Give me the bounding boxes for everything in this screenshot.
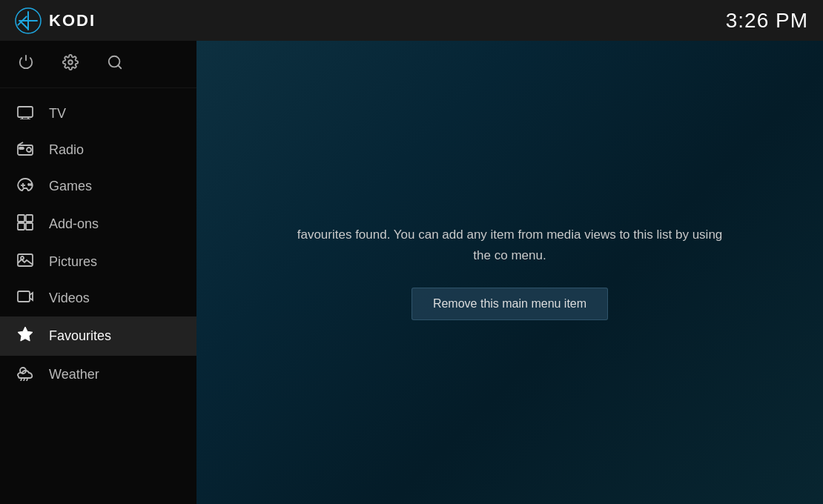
sidebar-item-weather-label: Weather [49,367,99,382]
svg-rect-22 [18,223,24,230]
pictures-icon [15,253,36,271]
games-icon [15,177,36,196]
svg-rect-15 [19,147,24,149]
power-icon[interactable] [15,54,37,74]
settings-icon[interactable] [59,54,82,74]
sidebar-item-pictures-label: Pictures [49,254,97,270]
svg-marker-27 [18,327,33,341]
sidebar-item-weather[interactable]: Weather [0,356,196,394]
sidebar-item-pictures[interactable]: Pictures [0,244,196,280]
radio-icon [15,141,36,159]
search-icon[interactable] [104,54,126,74]
svg-point-19 [30,184,32,185]
remove-menu-item-button[interactable]: Remove this main menu item [412,288,608,320]
sidebar-item-addons-label: Add-ons [49,216,99,232]
svg-rect-12 [18,145,33,155]
nav-menu: TV Radio [0,88,196,504]
star-icon [15,325,36,347]
sidebar-item-games[interactable]: Games [0,168,196,205]
sidebar-item-tv-label: TV [49,106,66,122]
sidebar-item-videos[interactable]: Videos [0,280,196,316]
logo-area: KODI [15,7,96,34]
tv-icon [15,105,36,123]
sidebar-item-radio[interactable]: Radio [0,132,196,168]
sidebar: TV Radio [0,41,196,504]
sidebar-item-tv[interactable]: TV [0,96,196,132]
sidebar-item-radio-label: Radio [49,142,84,158]
sidebar-item-games-label: Games [49,179,92,194]
app-title: KODI [49,11,96,30]
svg-line-29 [21,379,22,381]
sidebar-item-addons[interactable]: Add-ons [0,205,196,244]
svg-rect-23 [26,223,33,230]
svg-rect-26 [18,291,30,302]
svg-point-13 [27,147,31,152]
sidebar-item-favourites[interactable]: Favourites [0,316,196,356]
weather-icon [15,365,36,385]
content-area: favourites found. You can add any item f… [196,41,823,504]
svg-line-7 [118,65,121,68]
svg-rect-20 [18,215,24,222]
clock-display: 3:26 PM [726,9,808,33]
main-layout: TV Radio [0,41,823,504]
sidebar-item-videos-label: Videos [49,291,90,306]
svg-line-31 [27,379,27,381]
header: KODI 3:26 PM [0,0,823,41]
sidebar-item-favourites-label: Favourites [49,328,111,344]
svg-rect-21 [26,215,33,222]
svg-line-30 [24,379,24,381]
videos-icon [15,289,36,308]
addons-icon [15,213,36,235]
svg-rect-8 [18,107,33,117]
content-message: favourites found. You can add any item f… [288,225,733,265]
svg-point-5 [68,60,73,64]
sidebar-controls [0,41,196,88]
kodi-logo-icon [15,7,42,34]
svg-point-18 [28,184,30,185]
